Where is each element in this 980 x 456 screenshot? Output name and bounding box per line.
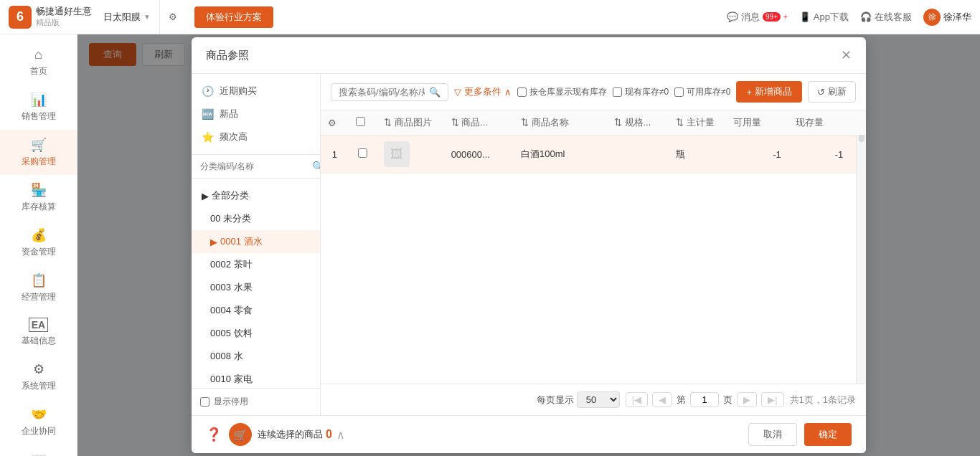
refresh-table-button[interactable]: ↺ 刷新 [808, 81, 856, 103]
filter-collapse-icon: ∧ [504, 87, 512, 98]
tab-new-products[interactable]: 🆕 新品 [192, 103, 320, 125]
sidebar-item-enterprise[interactable]: 🤝 企业协同 [0, 399, 77, 445]
col-stock-header[interactable]: 现存量 [788, 110, 851, 136]
page-number-input[interactable] [690, 392, 719, 407]
sidebar-label-finance: 资金管理 [22, 246, 56, 258]
industry-solution-button[interactable]: 体验行业方案 [194, 6, 273, 28]
sidebar-label-basic-info: 基础信息 [22, 335, 56, 347]
messages-button[interactable]: 💬 消息 99+ + [727, 11, 788, 24]
settings-icon[interactable]: ⚙ [160, 11, 186, 22]
stock-not-zero-label: 现有库存≠0 [625, 86, 669, 98]
page-unit-label: 页 [723, 394, 732, 407]
warehouse-display-checkbox[interactable] [517, 87, 527, 97]
row-code-cell: 000600... [444, 136, 514, 174]
logo-text: 畅捷通好生意 [36, 6, 92, 18]
sidebar-item-finance[interactable]: 💰 资金管理 [0, 220, 77, 265]
tree-item-tea[interactable]: 0002 茶叶 [192, 253, 320, 276]
purchase-icon: 🛒 [31, 137, 47, 153]
avail-not-zero-checkbox[interactable] [674, 87, 684, 97]
product-reference-modal: 商品参照 ✕ 🕐 近期购买 🆕 [192, 37, 866, 453]
col-name-header[interactable]: ⇅ 商品名称 [514, 110, 607, 136]
sidebar-item-home[interactable]: ⌂ 首页 [0, 40, 77, 85]
sidebar-item-operations[interactable]: 📋 经营管理 [0, 265, 77, 310]
search-icon[interactable]: 🔍 [429, 87, 440, 98]
tree-item-fruit[interactable]: 0003 水果 [192, 276, 320, 299]
page-size-label: 每页显示 [537, 394, 574, 407]
stock-not-zero-checkbox[interactable] [613, 87, 622, 97]
select-all-checkbox[interactable] [356, 117, 365, 126]
modal-left-tabs: 🕐 近期购买 🆕 新品 ⭐ 频次高 [192, 74, 320, 155]
col-name-sort-icon: ⇅ [521, 117, 529, 128]
online-service-button[interactable]: 🎧 在线客服 [860, 11, 912, 24]
category-search-icon[interactable]: 🔍 [312, 161, 321, 172]
category-search-area: 🔍 [192, 155, 320, 179]
tree-item-drinks[interactable]: 0005 饮料 [192, 322, 320, 345]
product-table: ⚙ ⇅ 商品图片 [321, 110, 866, 174]
more-filters-button[interactable]: ▽ 更多条件 ∧ [454, 85, 512, 98]
user-profile[interactable]: 徐 徐泽华 [923, 9, 971, 26]
col-checkbox-header[interactable] [349, 110, 377, 136]
row-name-cell: 白酒100ml [514, 136, 607, 174]
prev-page-button[interactable]: ◀ [652, 392, 672, 407]
warehouse-display-label: 按仓库显示现有库存 [529, 86, 607, 98]
col-spec-header[interactable]: ⇅ 规格... [607, 110, 669, 136]
add-product-button[interactable]: + 新增商品 [736, 81, 802, 103]
row-checkbox-cell[interactable] [349, 136, 377, 174]
sidebar-item-basic-info[interactable]: EA 基础信息 [0, 310, 77, 354]
sidebar-label-enterprise: 企业协同 [22, 425, 56, 437]
col-code-sort-icon: ⇅ [451, 117, 459, 128]
cart-button[interactable]: 🛒 [229, 423, 252, 446]
finance-icon: 💰 [31, 227, 47, 243]
tree-item-appliances[interactable]: 0010 家电 [192, 368, 320, 388]
sidebar-item-purchase[interactable]: 🛒 采购管理 [0, 130, 77, 175]
tab-frequent[interactable]: ⭐ 频次高 [192, 125, 320, 148]
tree-item-water[interactable]: 0008 水 [192, 345, 320, 368]
app-download-button[interactable]: 📱 App下载 [799, 11, 849, 24]
show-disabled-checkbox[interactable] [200, 397, 209, 407]
messages-badge: 99+ [763, 12, 781, 22]
tree-item-liquor[interactable]: ▶ 0001 酒水 [192, 230, 320, 253]
vertical-scrollbar[interactable] [856, 110, 866, 384]
sidebar-item-system[interactable]: ⚙ 系统管理 [0, 354, 77, 399]
col-code-header[interactable]: ⇅ 商品... [444, 110, 514, 136]
modal-footer: ❓ 🛒 连续选择的商品 0 ∧ 取消 确定 [192, 415, 866, 453]
sidebar-item-sales[interactable]: 📊 销售管理 [0, 85, 77, 130]
first-page-button[interactable]: |◀ [626, 392, 648, 407]
cancel-button[interactable]: 取消 [748, 423, 797, 446]
table-row[interactable]: 1 🖼 [321, 136, 866, 174]
sidebar-label-sales: 销售管理 [22, 110, 56, 123]
nav-selector[interactable]: 日太阳膜 ▼ [95, 0, 160, 34]
modal-overlay: 商品参照 ✕ 🕐 近期购买 🆕 [77, 34, 980, 456]
content-area: 查询 刷新 设置 商品参照 ✕ 🕐 [77, 34, 980, 456]
sidebar-label-purchase: 采购管理 [22, 156, 56, 168]
category-search-input[interactable] [200, 161, 308, 171]
col-unit-header[interactable]: ⇅ 主计量 [669, 110, 726, 136]
sales-icon: 📊 [31, 92, 47, 108]
tree-item-all[interactable]: ▶ 全部分类 [192, 184, 320, 207]
tab-recent-purchase[interactable]: 🕐 近期购买 [192, 80, 320, 103]
last-page-button[interactable]: ▶| [761, 392, 783, 407]
page-size-select[interactable]: 50 100 200 [577, 391, 620, 408]
col-avail-header[interactable]: 可用量 [726, 110, 788, 136]
modal-body: 🕐 近期购买 🆕 新品 ⭐ 频次高 [192, 74, 866, 415]
message-icon: 💬 [727, 11, 738, 22]
col-settings-header[interactable]: ⚙ [321, 110, 349, 136]
next-page-button[interactable]: ▶ [737, 392, 757, 407]
product-search-input[interactable] [339, 87, 425, 98]
col-img-header: ⇅ 商品图片 [377, 110, 444, 136]
modal-close-button[interactable]: ✕ [841, 47, 852, 63]
logo-icon: 6 [9, 6, 32, 29]
footer-collapse-icon[interactable]: ∧ [336, 428, 345, 442]
row-spec-cell [607, 136, 669, 174]
help-icon[interactable]: ❓ [206, 427, 222, 442]
stock-not-zero-filter: 现有库存≠0 [613, 86, 669, 98]
sidebar-item-guide[interactable]: 📖 新手引导 [0, 445, 77, 456]
sidebar-item-inventory[interactable]: 🏪 库存核算 [0, 175, 77, 220]
confirm-button[interactable]: 确定 [804, 423, 852, 446]
tree-item-uncategorized[interactable]: 00 未分类 [192, 207, 320, 230]
toolbar-right: + 新增商品 ↺ 刷新 [736, 81, 856, 103]
row-checkbox[interactable] [358, 148, 367, 158]
tree-item-snacks[interactable]: 0004 零食 [192, 299, 320, 322]
modal-toolbar: 🔍 ▽ 更多条件 ∧ 按仓库显示现有库存 [321, 74, 866, 110]
row-avail-cell: -1 [726, 136, 788, 174]
